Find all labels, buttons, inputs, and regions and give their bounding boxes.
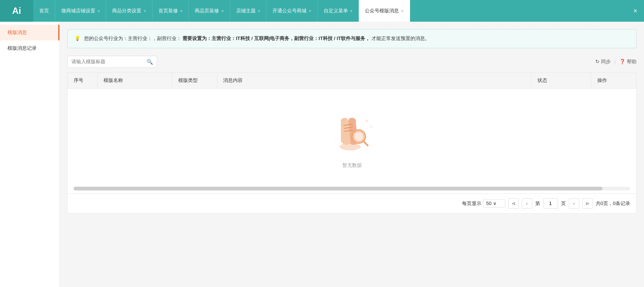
- sidebar-item-template-msg[interactable]: 模版消息: [0, 25, 59, 40]
- page-prev-button[interactable]: ‹: [522, 198, 532, 209]
- th-content: 消息内容: [217, 73, 531, 88]
- page-unit: 页: [561, 200, 566, 207]
- nav-tab-product-page[interactable]: 商品页装修 ×: [189, 0, 230, 22]
- toolbar-divider: |: [614, 59, 616, 64]
- page-next-button[interactable]: ›: [569, 198, 579, 209]
- search-row: 🔍 ↻ 同步 | ❓ 帮助: [67, 56, 637, 68]
- page-size-dropdown[interactable]: 50 ∨: [483, 199, 505, 208]
- tab-close-wechat-shop[interactable]: ×: [98, 9, 100, 13]
- sidebar-item-label-template-msg: 模版消息: [7, 30, 27, 35]
- app-logo: Ai: [0, 0, 33, 22]
- svg-line-6: [363, 141, 368, 146]
- tab-label-mall: 开通公众号商城: [272, 7, 306, 14]
- empty-text: 暂无数据: [342, 162, 362, 169]
- page-size-label: 每页显示: [462, 200, 481, 207]
- page-size-value: 50: [486, 201, 492, 206]
- page-first-button[interactable]: ⊲: [508, 198, 519, 209]
- notice-text-suffix: 才能正常发送预置的消息。: [372, 36, 430, 41]
- empty-icon: ✦ ✦: [330, 111, 375, 156]
- page-size-select: 每页显示 50 ∨: [462, 199, 505, 208]
- nav-tabs-container: 首页 微商城店铺设置 × 商品分类设置 × 首页装修 × 商品页装修 × 店铺主…: [33, 0, 626, 22]
- svg-text:✦: ✦: [370, 125, 373, 129]
- logo-text: Ai: [12, 6, 21, 16]
- tab-label-home: 首页: [39, 7, 49, 14]
- nav-tab-theme[interactable]: 店铺主题 ×: [230, 0, 266, 22]
- pagination-row: 每页显示 50 ∨ ⊲ ‹ 第 页 › ⊳ 共0页，0条记录: [68, 193, 636, 213]
- pagination-total: 共0页，0条记录: [596, 200, 630, 207]
- th-status: 状态: [531, 73, 591, 88]
- tab-label-custom-menu: 自定义菜单: [324, 7, 348, 14]
- tab-close-template-msg[interactable]: ×: [401, 9, 403, 13]
- help-button[interactable]: ❓ 帮助: [619, 58, 637, 65]
- sidebar-item-label-template-msg-log: 模版消息记录: [7, 45, 37, 51]
- notice-icon: 💡: [74, 36, 80, 41]
- notice-text-prefix: 您的公众号行业为：主营行业：，副营行业：: [84, 36, 181, 41]
- scrollbar-thumb: [74, 187, 603, 190]
- nav-tab-home[interactable]: 首页: [33, 0, 55, 22]
- sidebar: 模版消息 模版消息记录: [0, 22, 60, 287]
- tab-label-homepage: 首页装修: [158, 7, 178, 14]
- nav-tab-template-msg[interactable]: 公众号模版消息 ×: [359, 0, 410, 22]
- nav-tab-category[interactable]: 商品分类设置 ×: [106, 0, 152, 22]
- tab-label-template-msg: 公众号模版消息: [365, 7, 399, 14]
- tab-close-category[interactable]: ×: [144, 9, 146, 13]
- svg-point-5: [354, 132, 363, 141]
- svg-point-0: [340, 143, 361, 150]
- sync-icon: ↻: [595, 59, 600, 64]
- global-close-button[interactable]: ×: [626, 0, 644, 22]
- th-seq: 序号: [68, 73, 98, 88]
- main-layout: 模版消息 模版消息记录 💡 您的公众号行业为：主营行业：，副营行业： 需要设置为…: [0, 22, 644, 287]
- top-navigation: Ai 首页 微商城店铺设置 × 商品分类设置 × 首页装修 × 商品页装修 × …: [0, 0, 644, 22]
- toolbar-right: ↻ 同步 | ❓ 帮助: [595, 58, 637, 65]
- tab-close-product-page[interactable]: ×: [221, 9, 224, 13]
- tab-close-mall[interactable]: ×: [309, 9, 311, 13]
- nav-tab-custom-menu[interactable]: 自定义菜单 ×: [318, 0, 359, 22]
- help-label: 帮助: [627, 58, 637, 65]
- tab-label-theme: 店铺主题: [236, 7, 256, 14]
- search-input[interactable]: [71, 59, 147, 64]
- page-last-button[interactable]: ⊳: [582, 198, 593, 209]
- help-icon: ❓: [619, 59, 625, 64]
- tab-close-homepage[interactable]: ×: [180, 9, 182, 13]
- tab-close-theme[interactable]: ×: [258, 9, 260, 13]
- nav-tab-mall[interactable]: 开通公众号商城 ×: [266, 0, 317, 22]
- tab-label-product-page: 商品页装修: [195, 7, 219, 14]
- table-scrollbar[interactable]: [74, 187, 630, 190]
- page-number-input[interactable]: [543, 198, 558, 209]
- svg-text:✦: ✦: [365, 119, 368, 123]
- th-type: 模版类型: [172, 73, 217, 88]
- sync-button[interactable]: ↻ 同步: [595, 58, 611, 65]
- page-prefix: 第: [535, 200, 540, 207]
- search-icon[interactable]: 🔍: [147, 59, 153, 65]
- notice-box: 💡 您的公众号行业为：主营行业：，副营行业： 需要设置为：主营行业：IT科技 /…: [67, 29, 637, 48]
- content-area: 💡 您的公众号行业为：主营行业：，副营行业： 需要设置为：主营行业：IT科技 /…: [60, 22, 644, 287]
- sync-label: 同步: [601, 58, 611, 65]
- sidebar-item-template-msg-log[interactable]: 模版消息记录: [0, 40, 59, 56]
- empty-state: ✦ ✦ 暂无数据: [68, 89, 636, 184]
- tab-close-custom-menu[interactable]: ×: [350, 9, 352, 13]
- search-input-wrap[interactable]: 🔍: [67, 56, 157, 68]
- nav-tab-homepage[interactable]: 首页装修 ×: [152, 0, 189, 22]
- notice-highlight: 需要设置为：主营行业：IT科技 / 互联网|电子商务，副营行业：IT科技 / I…: [182, 36, 370, 41]
- tab-label-category: 商品分类设置: [112, 7, 141, 14]
- th-action: 操作: [591, 73, 636, 88]
- data-table: 序号 模版名称 模版类型 消息内容 状态 操作: [67, 72, 637, 214]
- table-header: 序号 模版名称 模版类型 消息内容 状态 操作: [68, 73, 636, 89]
- th-name: 模版名称: [98, 73, 172, 88]
- nav-tab-wechat-shop[interactable]: 微商城店铺设置 ×: [55, 0, 106, 22]
- dropdown-icon: ∨: [493, 201, 497, 206]
- tab-label-wechat-shop: 微商城店铺设置: [61, 7, 95, 14]
